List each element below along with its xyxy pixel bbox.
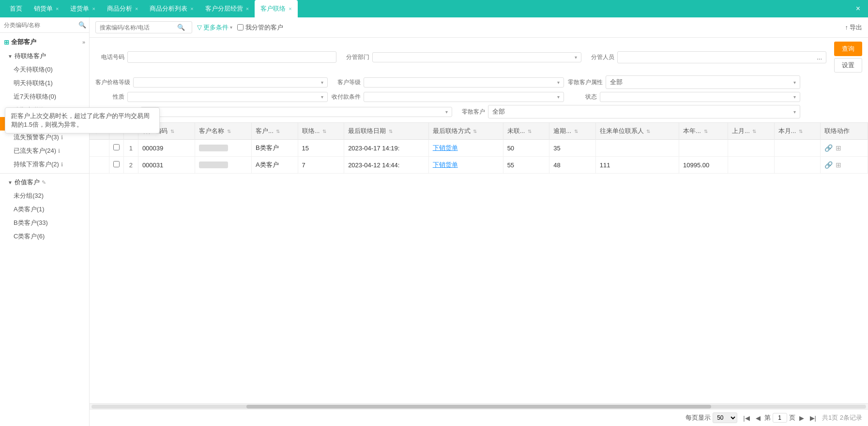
row1-code: 000039 — [138, 140, 195, 157]
sort-icon-person[interactable]: ⇅ — [646, 129, 650, 134]
row1-method-link[interactable]: 下销货单 — [433, 144, 458, 151]
gender-dropdown[interactable]: ▾ — [127, 92, 328, 102]
chevron-down-icon-price: ▾ — [321, 80, 323, 85]
row2-grid-icon[interactable]: ⊞ — [836, 161, 841, 169]
nav-product-analysis[interactable]: 商品分析 × — [101, 0, 144, 17]
sort-icon-year[interactable]: ⇅ — [704, 129, 708, 134]
col-uncontacted-label: 未联... — [507, 127, 525, 134]
export-button[interactable]: ↑ 导出 — [845, 23, 863, 32]
phone-input[interactable] — [127, 51, 336, 63]
nav-product-analysis-list-close[interactable]: × — [190, 6, 193, 12]
sidebar-item-today[interactable]: 今天待联络(0) — [0, 63, 89, 76]
sidebar-item-declining[interactable]: 持续下滑客户(2) ℹ — [0, 158, 89, 171]
table-scroll[interactable]: ⚙ 客户编码 ⇅ 客户名称 — [90, 123, 868, 403]
sort-icon-contact[interactable]: ⇅ — [322, 129, 326, 134]
row1-check[interactable] — [113, 144, 120, 150]
scrollbar-thumb[interactable] — [246, 405, 711, 409]
chevron-down-icon-payment: ▾ — [557, 94, 560, 100]
settings-button[interactable]: 设置 — [834, 58, 862, 73]
sort-icon-uncontacted[interactable]: ⇅ — [528, 129, 532, 134]
row1-grid-icon[interactable]: ⊞ — [836, 144, 841, 152]
horizontal-scrollbar[interactable] — [90, 403, 868, 409]
chevron-down-icon-gender: ▾ — [321, 94, 323, 100]
retail-attr-dropdown[interactable]: 全部 ▾ — [606, 75, 800, 89]
row2-method-link[interactable]: 下销货单 — [433, 161, 458, 168]
col-this-month: 本月... ⇅ — [774, 123, 821, 140]
row2-category: A类客户 — [251, 157, 298, 174]
customer-level-dropdown[interactable]: ▾ — [364, 77, 564, 88]
filter-payment: 收付款条件 ▾ — [332, 92, 564, 102]
nav-purchase[interactable]: 进货单 × — [64, 0, 101, 17]
more-conditions-button[interactable]: ▽ 更多条件 ▾ — [197, 23, 232, 32]
sidebar-search-input[interactable] — [4, 22, 76, 29]
price-level-dropdown[interactable]: ▾ — [133, 77, 328, 88]
sidebar-value-customers-section[interactable]: ▼ 价值客户 ✎ — [0, 176, 89, 189]
sidebar-item-c-class[interactable]: C类客户(6) — [0, 230, 89, 243]
col-action: 联络动作 — [821, 123, 868, 140]
nav-customer-tier[interactable]: 客户分层经营 × — [199, 0, 255, 17]
content-area: 🔍 ▽ 更多条件 ▾ 我分管的客户 ↑ 导出 电话号码 — [90, 17, 868, 426]
nav-sales[interactable]: 销货单 × — [28, 0, 64, 17]
sidebar-collapse-btn[interactable]: » — [82, 39, 85, 45]
row2-link-icon[interactable]: 🔗 — [824, 161, 833, 169]
nav-customer-contact[interactable]: 客户联络 × — [255, 0, 297, 17]
sidebar-item-7days[interactable]: 近7天待联络(0) — [0, 90, 89, 103]
row2-check[interactable] — [113, 161, 120, 167]
filter-area: 电话号码 分管部门 ▾ 分管人员 ... — [90, 38, 868, 123]
sort-icon-method[interactable]: ⇅ — [473, 129, 477, 134]
manager-dropdown[interactable]: ... — [617, 51, 826, 63]
row2-uncontacted: 55 — [503, 157, 549, 174]
sidebar-pending-contact-label: 待联络客户 — [15, 52, 46, 60]
sort-icon-cat[interactable]: ⇅ — [276, 129, 280, 134]
my-customers-checkbox[interactable]: 我分管的客户 — [237, 23, 283, 32]
nav-customer-tier-close[interactable]: × — [246, 6, 249, 12]
search-input[interactable] — [100, 24, 177, 31]
row1-link-icon[interactable]: 🔗 — [824, 144, 833, 152]
payment-dropdown[interactable]: ▾ — [364, 92, 564, 102]
sidebar-item-a-class[interactable]: A类客户(1) — [0, 203, 89, 216]
per-page-select[interactable]: 50 20 100 — [713, 412, 737, 423]
sidebar-item-ungrouped[interactable]: 未分组(32) — [0, 189, 89, 203]
last-page-button[interactable]: ▶| — [808, 413, 818, 423]
sidebar-all-customers[interactable]: ⊞ 全部客户 » — [0, 35, 89, 49]
nav-product-analysis-list[interactable]: 商品分析列表 × — [144, 0, 199, 17]
col-this-year-label: 本年... — [683, 127, 701, 134]
row2-checkbox — [109, 157, 123, 174]
sidebar-item-tomorrow[interactable]: 明天待联络(1) — [0, 76, 89, 90]
nav-purchase-close[interactable]: × — [92, 6, 95, 12]
sidebar-item-b-class[interactable]: B类客户(33) — [0, 216, 89, 230]
page-navigation: |◀ ◀ 第 页 ▶ ▶| — [741, 413, 818, 423]
prev-page-button[interactable]: ◀ — [754, 413, 762, 423]
filter-gender: 性质 ▾ — [95, 92, 328, 102]
filter-department: 分管部门 ▾ — [340, 52, 581, 62]
query-button[interactable]: 查询 — [834, 42, 862, 56]
sort-icon-code[interactable]: ⇅ — [170, 129, 174, 134]
row1-settings — [90, 140, 109, 157]
sort-icon-last-month[interactable]: ⇅ — [752, 129, 756, 134]
sidebar-search-area: 🔍 — [0, 17, 89, 33]
first-page-button[interactable]: |◀ — [741, 413, 751, 423]
customer-type-dropdown[interactable]: ▾ — [140, 107, 453, 117]
next-page-button[interactable]: ▶ — [797, 413, 806, 423]
sidebar-item-churned[interactable]: 已流失客户(24) ℹ — [0, 144, 89, 158]
page-number-input[interactable] — [773, 413, 787, 423]
sidebar-pending-contact-section[interactable]: ▼ 待联络客户 — [0, 49, 89, 63]
nav-sales-close[interactable]: × — [56, 6, 59, 12]
my-customers-check[interactable] — [237, 24, 244, 30]
nav-home[interactable]: 首页 — [4, 0, 28, 17]
nav-product-analysis-close[interactable]: × — [135, 6, 138, 12]
sort-icon-name[interactable]: ⇅ — [227, 129, 231, 134]
retail-customer-dropdown[interactable]: 全部 ▾ — [488, 105, 800, 118]
sort-icon-this-month[interactable]: ⇅ — [799, 129, 803, 134]
nav-customer-contact-close[interactable]: × — [289, 6, 291, 12]
sidebar-search-icon[interactable]: 🔍 — [78, 21, 86, 29]
sort-icon-date[interactable]: ⇅ — [389, 129, 393, 134]
search-icon[interactable]: 🔍 — [177, 24, 185, 31]
window-close-button[interactable]: × — [852, 4, 864, 13]
sort-icon-overdue[interactable]: ⇅ — [574, 129, 578, 134]
status-dropdown[interactable]: ▾ — [600, 92, 800, 102]
edit-icon[interactable]: ✎ — [42, 179, 46, 186]
filter-retail-customer: 零散客户 全部 ▾ — [456, 105, 800, 118]
department-dropdown[interactable]: ▾ — [372, 52, 581, 62]
arrow-down-icon: ▼ — [8, 54, 13, 59]
